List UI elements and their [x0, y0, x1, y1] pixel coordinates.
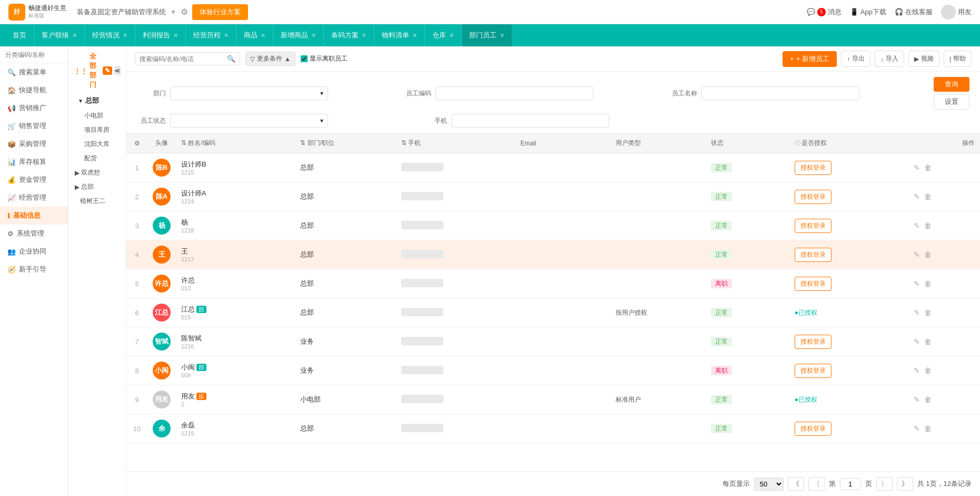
edit-icon[interactable]: ✎ — [914, 279, 920, 288]
close-icon[interactable]: ✕ — [261, 32, 265, 39]
dropdown-arrow-icon[interactable]: ▼ — [170, 8, 176, 16]
sidebar-search-input[interactable] — [5, 51, 68, 59]
auth-login-btn[interactable]: 授权登录 — [795, 364, 831, 378]
delete-icon[interactable]: 🗑 — [924, 366, 932, 375]
delete-icon[interactable]: 🗑 — [924, 424, 932, 433]
close-icon[interactable]: ✕ — [311, 32, 316, 39]
dept-node-zongbu[interactable]: ▶ 总部 — [68, 180, 126, 194]
user-area[interactable]: 用友 — [941, 5, 972, 20]
delete-icon[interactable]: 🗑 — [924, 250, 932, 259]
sidebar-item-purchase[interactable]: 📦采购管理 — [0, 135, 68, 153]
export-btn[interactable]: ↑ 导出 — [841, 51, 870, 67]
tab-history[interactable]: 经营历程 ✕ — [186, 24, 236, 46]
dept-child-zhuangshuwang[interactable]: 植树王二 — [68, 194, 126, 208]
auth-login-btn[interactable]: 授权登录 — [795, 161, 831, 175]
search-btn[interactable]: 查询 — [934, 77, 969, 92]
tab-operations[interactable]: 经营情况 ✕ — [85, 24, 135, 46]
delete-icon[interactable]: 🗑 — [924, 279, 932, 288]
more-filters-btn[interactable]: ▽ 更多条件 ▲ — [245, 52, 295, 66]
search-submit-icon[interactable]: 🔍 — [227, 55, 235, 63]
per-page-select[interactable]: 50 100 — [754, 478, 784, 491]
delete-icon[interactable]: 🗑 — [924, 221, 932, 230]
auth-login-btn[interactable]: 授权登录 — [795, 277, 831, 291]
tab-home[interactable]: 首页 — [5, 24, 34, 46]
sidebar-item-collab[interactable]: 👥企业协同 — [0, 242, 68, 260]
emp-code-input[interactable] — [435, 86, 593, 100]
dept-child-xiaodian[interactable]: 小电部 — [73, 109, 126, 123]
sidebar-item-management[interactable]: 📈经营管理 — [0, 189, 68, 207]
gear-button[interactable]: ⚙ — [181, 7, 188, 17]
col-dept[interactable]: ⇅ 部门/职位 — [295, 133, 396, 153]
edit-icon[interactable]: ✎ — [914, 308, 920, 317]
emp-name-input[interactable] — [701, 86, 859, 100]
edit-icon[interactable]: ✎ — [914, 192, 920, 201]
tab-goods[interactable]: 商品 ✕ — [236, 24, 273, 46]
auth-login-btn[interactable]: 授权登录 — [795, 190, 831, 204]
delete-icon[interactable]: 🗑 — [924, 163, 932, 172]
col-settings[interactable]: ⚙ — [126, 133, 147, 153]
close-icon[interactable]: ✕ — [173, 32, 178, 39]
delete-icon[interactable]: 🗑 — [924, 337, 932, 346]
emp-status-select[interactable]: ▾ — [170, 114, 328, 128]
close-icon[interactable]: ✕ — [500, 32, 504, 39]
dept-child-peihuo[interactable]: 配货 — [73, 151, 126, 166]
last-page-btn[interactable]: 》 — [897, 477, 913, 491]
first-page-btn[interactable]: 《 — [788, 477, 804, 491]
edit-icon[interactable]: ✎ — [914, 163, 920, 172]
sidebar-item-nav[interactable]: 🏠快捷导航 — [0, 81, 68, 99]
sidebar-item-guide[interactable]: 🧭新手引导 — [0, 260, 68, 278]
close-icon[interactable]: ✕ — [449, 32, 454, 39]
tab-barcode[interactable]: 条码方案 ✕ — [324, 24, 374, 46]
edit-dept-icon[interactable]: ✎ — [103, 66, 112, 75]
phone-input[interactable] — [451, 114, 609, 128]
dept-child-shenyang[interactable]: 沈阳大库 — [73, 137, 126, 151]
delete-icon[interactable]: 🗑 — [924, 308, 932, 317]
app-download-btn[interactable]: 📱 App下载 — [850, 7, 886, 17]
dept-node-shuanghuxiang[interactable]: ▶ 双虎想 — [68, 166, 126, 180]
close-icon[interactable]: ✕ — [362, 32, 367, 39]
add-employee-btn[interactable]: + + 新增员工 — [783, 51, 837, 67]
tab-add-goods[interactable]: 新增商品 ✕ — [273, 24, 324, 46]
import-btn[interactable]: ↓ 导入 — [875, 51, 904, 67]
sidebar-item-finance[interactable]: 💰资金管理 — [0, 171, 68, 189]
tab-customers[interactable]: 客户联络 ✕ — [34, 24, 85, 46]
sidebar-item-inventory[interactable]: 📊库存核算 — [0, 153, 68, 171]
edit-icon[interactable]: ✎ — [914, 221, 920, 230]
sidebar-item-system[interactable]: ⚙系统管理 — [0, 225, 68, 242]
online-service-btn[interactable]: 🎧 在线客服 — [895, 7, 933, 17]
view-btn[interactable]: ▶ 视频 — [908, 51, 939, 67]
edit-icon[interactable]: ✎ — [914, 366, 920, 375]
auth-login-btn[interactable]: 授权登录 — [795, 219, 831, 233]
auth-login-btn[interactable]: 授权登录 — [795, 422, 831, 436]
dept-node-head[interactable]: ▼总部 — [73, 93, 126, 109]
sidebar-item-sales[interactable]: 🛒销售管理 — [0, 117, 68, 135]
search-input[interactable] — [140, 55, 225, 63]
tab-profit[interactable]: 利润报告 ✕ — [135, 24, 186, 46]
help-btn[interactable]: | 帮助 — [944, 51, 972, 67]
show-resigned-checkbox[interactable] — [301, 55, 308, 62]
dept-child-xiangmu[interactable]: 项目库房 — [73, 123, 126, 137]
close-icon[interactable]: ✕ — [72, 32, 77, 39]
delete-icon[interactable]: 🗑 — [924, 192, 932, 201]
dept-select[interactable]: ▾ — [170, 86, 328, 100]
messages-btn[interactable]: 💬 5 消息 — [807, 7, 842, 17]
page-input[interactable] — [840, 478, 861, 490]
sidebar-item-search[interactable]: 🔍搜索菜单 — [0, 63, 68, 81]
edit-icon[interactable]: ✎ — [914, 424, 920, 433]
edit-icon[interactable]: ✎ — [914, 337, 920, 346]
edit-icon[interactable]: ✎ — [914, 395, 920, 404]
auth-login-btn[interactable]: 授权登录 — [795, 248, 831, 262]
auth-login-btn[interactable]: 授权登录 — [795, 335, 831, 349]
delete-icon[interactable]: 🗑 — [924, 395, 932, 404]
tab-bom[interactable]: 物料清单 ✕ — [374, 24, 425, 46]
collapse-tree-icon[interactable]: ≪ — [114, 66, 121, 75]
tab-employees[interactable]: 部门员工 ✕ — [462, 24, 512, 46]
col-name[interactable]: ⇅ 姓名/编码 — [176, 133, 295, 153]
sidebar-item-basic-info[interactable]: ℹ基础信息 — [0, 207, 68, 225]
prev-page-btn[interactable]: 〈 — [808, 477, 825, 491]
dept-all-btn[interactable]: ⋮⋮ 全部部门 ✎ ≪ — [68, 48, 126, 93]
set-btn[interactable]: 设置 — [934, 94, 969, 110]
next-page-btn[interactable]: 〉 — [876, 477, 893, 491]
close-icon[interactable]: ✕ — [412, 32, 417, 39]
close-icon[interactable]: ✕ — [224, 32, 229, 39]
